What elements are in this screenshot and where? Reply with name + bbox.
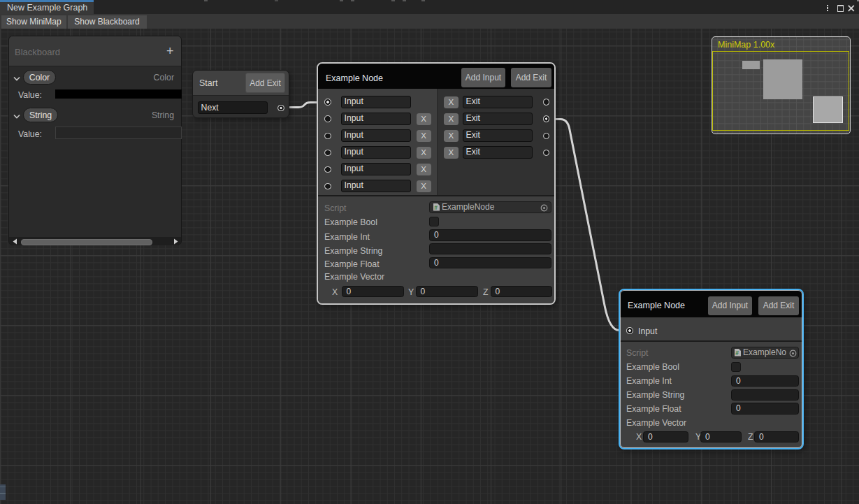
svg-text:#: # [434,204,438,211]
